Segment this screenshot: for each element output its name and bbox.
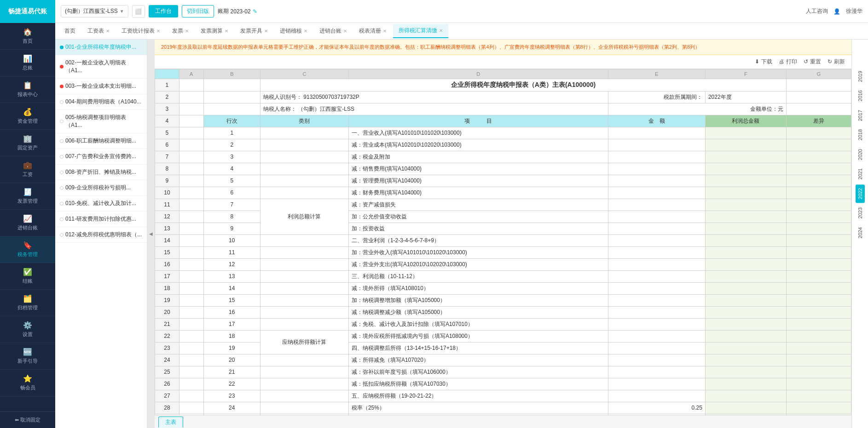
sidebar-item-report[interactable]: 📋 报表中心 bbox=[0, 76, 55, 103]
sheet-tab-main[interactable]: 主表 bbox=[158, 417, 183, 428]
left-panel-item-007[interactable]: 007-广告费和业务宣传费跨... bbox=[55, 149, 147, 165]
tab-salary-stat[interactable]: 工资统计报表 ✕ bbox=[116, 24, 166, 38]
table-row: 28 24 税率（25%） 0.25 bbox=[155, 402, 851, 414]
dot-indicator bbox=[60, 65, 64, 68]
left-panel-item-004[interactable]: 004-期间费用明细表（A1040... bbox=[55, 94, 147, 110]
table-container[interactable]: A B C D E F G 1 bbox=[155, 69, 851, 416]
sidebar-item-asset[interactable]: 🏢 固定资产 bbox=[0, 130, 55, 156]
sidebar-item-guide[interactable]: 🆕 新手引导 bbox=[0, 343, 55, 370]
table-row: 11 7 利润总额计算 减：资产减值损失 bbox=[155, 199, 851, 211]
col-g-header: G bbox=[787, 69, 851, 79]
year-item-2019[interactable]: 2019 bbox=[856, 67, 865, 86]
table-row: 6 2 减：营业成本(填写A102010\102020\103000) bbox=[155, 139, 851, 151]
year-item-2023[interactable]: 2023 bbox=[856, 204, 865, 222]
left-panel: 001-企业所得税年度纳税申... 002-一般企业收入明细表（A1... 00… bbox=[55, 40, 147, 428]
sidebar-item-home[interactable]: 🏠 首页 bbox=[0, 23, 55, 50]
tab-close-invoice[interactable]: ✕ bbox=[185, 29, 189, 34]
nav-tabs: 首页 工资表 ✕ 工资统计报表 ✕ 发票 ✕ 发票测算 ✕ 发票开具 ✕ 进销稽… bbox=[55, 23, 868, 40]
dot-indicator bbox=[60, 171, 64, 174]
year-item-2017[interactable]: 2017 bbox=[856, 106, 865, 125]
guide-icon: 🆕 bbox=[23, 348, 32, 356]
left-panel-item-006[interactable]: 006-职工薪酬纳税调整明细... bbox=[55, 133, 147, 149]
workbench-button[interactable]: 工作台 bbox=[149, 5, 178, 17]
home-icon: 🏠 bbox=[23, 28, 32, 36]
left-panel-item-005[interactable]: 005-纳税调整项目明细表（A1... bbox=[55, 110, 147, 133]
left-panel-item-011[interactable]: 011-研发费用加计扣除优惠... bbox=[55, 211, 147, 227]
table-row: 27 23 五、应纳税所得额（19-20-21-22） bbox=[155, 390, 851, 402]
year-item-2018[interactable]: 2018 bbox=[856, 126, 865, 144]
company-selector[interactable]: (勾删）江西服宝-LSS ▼ bbox=[61, 5, 128, 17]
dot-indicator bbox=[60, 100, 64, 104]
download-button[interactable]: ⬇ 下载 bbox=[755, 58, 772, 66]
tab-salary[interactable]: 工资表 ✕ bbox=[82, 24, 115, 38]
tab-close-audit[interactable]: ✕ bbox=[304, 29, 307, 34]
sidebar-item-member[interactable]: ⭐ 畅会员 bbox=[0, 370, 55, 396]
sidebar-item-fund[interactable]: 💰 资金管理 bbox=[0, 103, 55, 130]
print-button[interactable]: 🖨 打印 bbox=[779, 58, 797, 66]
left-panel-item-008[interactable]: 008-资产折旧、摊销及纳税... bbox=[55, 165, 147, 180]
reset-button[interactable]: ↺ 重置 bbox=[804, 58, 821, 66]
sidebar-item-tax[interactable]: 🔖 税务管理 bbox=[0, 236, 55, 263]
tab-invoice[interactable]: 发票 ✕ bbox=[167, 24, 194, 38]
tab-close-salary[interactable]: ✕ bbox=[106, 29, 110, 34]
dot-indicator bbox=[60, 217, 64, 221]
sidebar-item-archive[interactable]: 🗂️ 归档管理 bbox=[0, 290, 55, 316]
switch-version-button[interactable]: 切到旧版 bbox=[182, 5, 214, 17]
tab-close-invoice-calc[interactable]: ✕ bbox=[225, 29, 228, 34]
table-row: 14 10 二、营业利润（1-2-3-4-5-6-7-8+9） bbox=[155, 234, 851, 246]
table-row: 26 22 减：抵扣应纳税所得额（填写A107030） bbox=[155, 378, 851, 390]
sales-icon: 📈 bbox=[23, 214, 32, 223]
sidebar-item-sales[interactable]: 📈 进销台账 bbox=[0, 210, 55, 236]
tab-close-salary-stat[interactable]: ✕ bbox=[156, 29, 160, 34]
table-row: 15 11 加：营业外收入(填写A101010\101020\103000) bbox=[155, 246, 851, 258]
col-c-header: C bbox=[260, 69, 348, 79]
table-row: 20 16 减：纳税调整减少额（填写A105000） bbox=[155, 306, 851, 318]
edit-period-icon[interactable]: ✎ bbox=[253, 8, 257, 15]
left-panel-item-012[interactable]: 012-减免所得税优惠明细表（... bbox=[55, 227, 147, 243]
col-d-header: D bbox=[348, 69, 608, 79]
tax-icon: 🔖 bbox=[23, 241, 32, 250]
tab-close-invoice-open[interactable]: ✕ bbox=[264, 29, 268, 34]
dot-indicator bbox=[60, 186, 64, 190]
year-item-2024[interactable]: 2024 bbox=[856, 223, 865, 242]
tab-audit[interactable]: 进销稽核 ✕ bbox=[274, 24, 313, 38]
left-panel-item-009[interactable]: 009-企业所得税补亏损明... bbox=[55, 180, 147, 196]
tab-home[interactable]: 首页 bbox=[59, 24, 81, 38]
tab-close-income-tax[interactable]: ✕ bbox=[439, 28, 443, 33]
left-panel-item-001[interactable]: 001-企业所得税年度纳税申... bbox=[55, 40, 147, 55]
tab-income-tax[interactable]: 所得税汇算清缴 ✕ bbox=[393, 24, 448, 38]
sidebar-item-ledger[interactable]: 📊 总账 bbox=[0, 50, 55, 76]
copy-icon[interactable]: ⬜ bbox=[132, 5, 145, 18]
sidebar-item-settings[interactable]: ⚙️ 设置 bbox=[0, 316, 55, 343]
download-icon: ⬇ bbox=[755, 58, 759, 65]
left-panel-item-003[interactable]: 003-一般企业成本支出明细... bbox=[55, 79, 147, 94]
tab-ledger[interactable]: 进销台账 ✕ bbox=[314, 24, 353, 38]
year-item-2016[interactable]: 2016 bbox=[856, 86, 865, 105]
table-row: 2 纳税人识别号： 91320500703719732P 税款所属期间： 202… bbox=[155, 91, 851, 103]
sidebar-pin-btn[interactable]: ⬅ 取消固定 bbox=[0, 411, 55, 428]
tab-close-ledger[interactable]: ✕ bbox=[343, 29, 347, 34]
main-table: A B C D E F G 1 bbox=[155, 69, 851, 416]
sidebar-item-invoice[interactable]: 🧾 发票管理 bbox=[0, 183, 55, 210]
consult-button[interactable]: 人工咨询 bbox=[806, 7, 828, 15]
tab-tax-table[interactable]: 税表清册 ✕ bbox=[353, 24, 392, 38]
year-item-2021[interactable]: 2021 bbox=[856, 165, 865, 183]
collapse-panel-btn[interactable]: ◀ bbox=[147, 40, 155, 428]
year-item-2022[interactable]: 2022 bbox=[856, 184, 865, 203]
year-sidebar: 2019 2016 2017 2018 2020 2021 2022 2023 … bbox=[851, 40, 868, 428]
left-panel-item-002[interactable]: 002-一般企业收入明细表（A1... bbox=[55, 55, 147, 79]
sidebar-item-salary[interactable]: 💼 工资 bbox=[0, 156, 55, 183]
year-item-2020[interactable]: 2020 bbox=[856, 145, 865, 164]
table-row: 9 5 减：管理费用(填写A104000) bbox=[155, 175, 851, 187]
dot-indicator bbox=[60, 202, 64, 205]
tab-invoice-open[interactable]: 发票开具 ✕ bbox=[235, 24, 273, 38]
tab-close-tax-table[interactable]: ✕ bbox=[383, 29, 387, 34]
refresh-button[interactable]: ↻ 刷新 bbox=[827, 58, 845, 66]
settle-icon: ✅ bbox=[23, 268, 32, 276]
table-row: 23 19 四、纳税调整后所得（13-14+15-16-17+18） bbox=[155, 342, 851, 354]
archive-icon: 🗂️ bbox=[23, 294, 32, 303]
table-row: 21 17 减：免税、减计收入及加计扣除（填写A107010） bbox=[155, 318, 851, 330]
tab-invoice-calc[interactable]: 发票测算 ✕ bbox=[195, 24, 234, 38]
sidebar-item-settle[interactable]: ✅ 结账 bbox=[0, 263, 55, 290]
left-panel-item-010[interactable]: 010-免税、减计收入及加计... bbox=[55, 196, 147, 211]
